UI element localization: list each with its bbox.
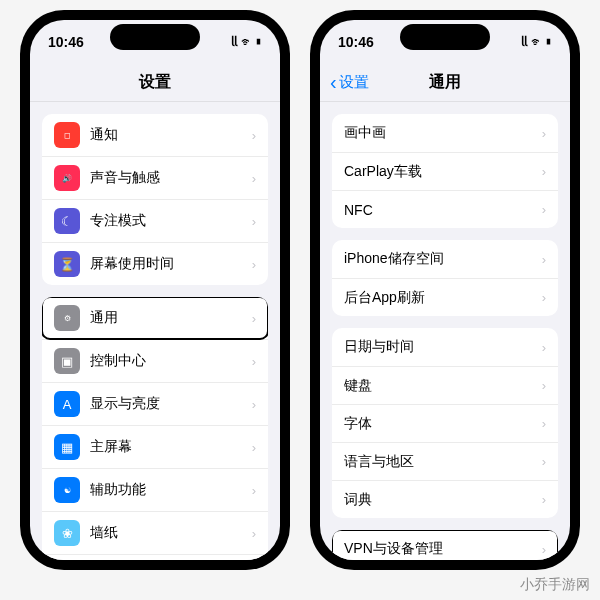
list-item[interactable]: ⚙︎通用› (42, 297, 268, 339)
list-item[interactable]: 键盘› (332, 366, 558, 404)
list-item[interactable]: 词典› (332, 480, 558, 518)
list-item[interactable]: A显示与亮度› (42, 382, 268, 425)
app-icon: ▦ (54, 434, 80, 460)
list-item[interactable]: ◻︎通知› (42, 114, 268, 156)
settings-section: VPN与设备管理› (332, 530, 558, 560)
status-indicators: 𝗅𝗅 ᯤ ▮ (521, 35, 552, 49)
status-time: 10:46 (48, 34, 84, 50)
list-item[interactable]: VPN与设备管理› (332, 530, 558, 560)
row-label: CarPlay车载 (344, 163, 542, 181)
app-icon: ❀ (54, 520, 80, 546)
list-item[interactable]: ▣控制中心› (42, 339, 268, 382)
app-icon: ▣ (54, 348, 80, 374)
row-label: 键盘 (344, 377, 542, 395)
row-label: 通知 (90, 126, 252, 144)
back-button[interactable]: ‹ 设置 (330, 71, 369, 94)
chevron-right-icon: › (252, 526, 256, 541)
phone-right: 10:46 𝗅𝗅 ᯤ ▮ ‹ 设置 通用 画中画›CarPlay车载›NFC›i… (310, 10, 580, 570)
list-item[interactable]: 后台App刷新› (332, 278, 558, 316)
chevron-right-icon: › (542, 492, 546, 507)
app-icon: ☾ (54, 208, 80, 234)
row-label: 通用 (90, 309, 252, 327)
app-icon: ⚙︎ (54, 305, 80, 331)
chevron-right-icon: › (542, 126, 546, 141)
chevron-left-icon: ‹ (330, 71, 337, 94)
page-title: 通用 (429, 72, 461, 93)
row-label: 显示与亮度 (90, 395, 252, 413)
row-label: 语言与地区 (344, 453, 542, 471)
app-icon: A (54, 391, 80, 417)
chevron-right-icon: › (542, 164, 546, 179)
list-item[interactable]: ❀墙纸› (42, 511, 268, 554)
list-item[interactable]: 字体› (332, 404, 558, 442)
app-icon: ☯︎ (54, 477, 80, 503)
list-item[interactable]: ☾专注模式› (42, 199, 268, 242)
chevron-right-icon: › (542, 340, 546, 355)
row-label: 控制中心 (90, 352, 252, 370)
list-item[interactable]: ⏳屏幕使用时间› (42, 242, 268, 285)
chevron-right-icon: › (252, 311, 256, 326)
chevron-right-icon: › (252, 128, 256, 143)
status-time: 10:46 (338, 34, 374, 50)
chevron-right-icon: › (542, 416, 546, 431)
list-item[interactable]: 🔊声音与触感› (42, 156, 268, 199)
row-label: iPhone储存空间 (344, 250, 542, 268)
settings-section: ⚙︎通用›▣控制中心›A显示与亮度›▦主屏幕›☯︎辅助功能›❀墙纸›◉Siri与… (42, 297, 268, 560)
screen-left: 10:46 𝗅𝗅 ᯤ ▮ 设置 ◻︎通知›🔊声音与触感›☾专注模式›⏳屏幕使用时… (30, 20, 280, 560)
row-label: 后台App刷新 (344, 289, 542, 307)
app-icon: 🔊 (54, 165, 80, 191)
list-item[interactable]: iPhone储存空间› (332, 240, 558, 278)
phone-left: 10:46 𝗅𝗅 ᯤ ▮ 设置 ◻︎通知›🔊声音与触感›☾专注模式›⏳屏幕使用时… (20, 10, 290, 570)
back-label: 设置 (339, 73, 369, 92)
dynamic-island (400, 24, 490, 50)
chevron-right-icon: › (252, 171, 256, 186)
canvas: 10:46 𝗅𝗅 ᯤ ▮ 设置 ◻︎通知›🔊声音与触感›☾专注模式›⏳屏幕使用时… (0, 0, 600, 580)
chevron-right-icon: › (542, 378, 546, 393)
chevron-right-icon: › (252, 214, 256, 229)
row-label: 主屏幕 (90, 438, 252, 456)
list-item[interactable]: 日期与时间› (332, 328, 558, 366)
row-label: 屏幕使用时间 (90, 255, 252, 273)
row-label: 字体 (344, 415, 542, 433)
row-label: 词典 (344, 491, 542, 509)
list-item[interactable]: ▦主屏幕› (42, 425, 268, 468)
row-label: 日期与时间 (344, 338, 542, 356)
row-label: NFC (344, 202, 542, 218)
list-item[interactable]: ☯︎辅助功能› (42, 468, 268, 511)
row-label: 画中画 (344, 124, 542, 142)
chevron-right-icon: › (542, 542, 546, 557)
general-list[interactable]: 画中画›CarPlay车载›NFC›iPhone储存空间›后台App刷新›日期与… (320, 102, 570, 560)
nav-bar: 设置 (30, 64, 280, 102)
chevron-right-icon: › (252, 440, 256, 455)
chevron-right-icon: › (542, 202, 546, 217)
list-item[interactable]: ◉Siri与搜索› (42, 554, 268, 560)
chevron-right-icon: › (542, 454, 546, 469)
status-indicators: 𝗅𝗅 ᯤ ▮ (231, 35, 262, 49)
settings-section: iPhone储存空间›后台App刷新› (332, 240, 558, 316)
row-label: 墙纸 (90, 524, 252, 542)
row-label: VPN与设备管理 (344, 540, 542, 558)
list-item[interactable]: 语言与地区› (332, 442, 558, 480)
settings-list[interactable]: ◻︎通知›🔊声音与触感›☾专注模式›⏳屏幕使用时间›⚙︎通用›▣控制中心›A显示… (30, 102, 280, 560)
chevron-right-icon: › (252, 397, 256, 412)
chevron-right-icon: › (542, 290, 546, 305)
row-label: 辅助功能 (90, 481, 252, 499)
list-item[interactable]: NFC› (332, 190, 558, 228)
app-icon: ⏳ (54, 251, 80, 277)
chevron-right-icon: › (252, 483, 256, 498)
row-label: 专注模式 (90, 212, 252, 230)
watermark: 小乔手游网 (520, 576, 590, 594)
screen-right: 10:46 𝗅𝗅 ᯤ ▮ ‹ 设置 通用 画中画›CarPlay车载›NFC›i… (320, 20, 570, 560)
row-label: 声音与触感 (90, 169, 252, 187)
settings-section: ◻︎通知›🔊声音与触感›☾专注模式›⏳屏幕使用时间› (42, 114, 268, 285)
chevron-right-icon: › (252, 257, 256, 272)
nav-bar: ‹ 设置 通用 (320, 64, 570, 102)
settings-section: 画中画›CarPlay车载›NFC› (332, 114, 558, 228)
page-title: 设置 (139, 72, 171, 93)
chevron-right-icon: › (542, 252, 546, 267)
app-icon: ◻︎ (54, 122, 80, 148)
dynamic-island (110, 24, 200, 50)
list-item[interactable]: CarPlay车载› (332, 152, 558, 190)
chevron-right-icon: › (252, 354, 256, 369)
list-item[interactable]: 画中画› (332, 114, 558, 152)
